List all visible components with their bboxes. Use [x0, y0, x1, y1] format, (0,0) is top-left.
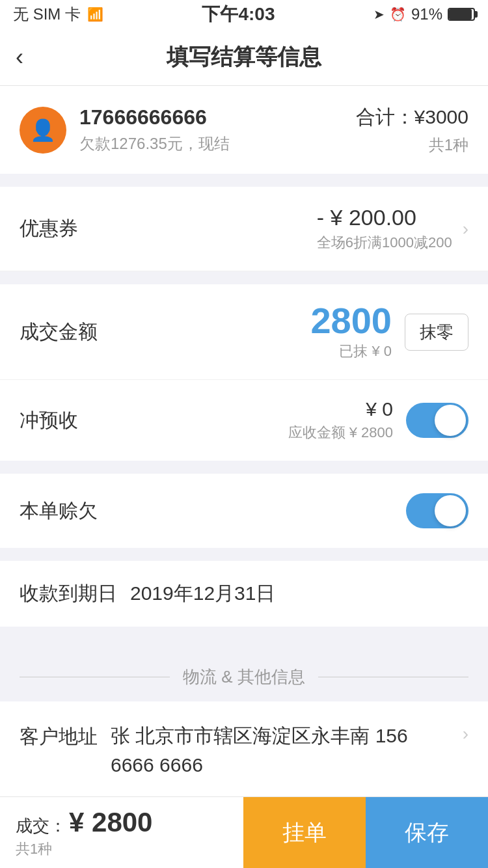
prepay-value-wrap: ¥ 0 应收金额 ¥ 2800	[288, 398, 393, 442]
coupon-row[interactable]: 优惠券 - ¥ 200.00 全场6折满1000减200 ›	[0, 187, 488, 271]
amount-value-wrap: 2800 已抹 ¥ 0	[310, 303, 392, 361]
credit-row: 本单赊欠	[0, 474, 488, 548]
prepay-value: ¥ 0	[288, 398, 393, 420]
footer-bar: 成交： ¥ 2800 共1种 挂单 保存	[0, 796, 488, 868]
coupon-value-wrap: - ¥ 200.00 全场6折满1000减200	[317, 205, 452, 252]
divider-1	[0, 271, 488, 284]
prepay-right: ¥ 0 应收金额 ¥ 2800	[288, 398, 468, 442]
prepay-toggle[interactable]	[406, 403, 468, 438]
coupon-discount: - ¥ 200.00	[317, 205, 452, 230]
divider-2	[0, 461, 488, 474]
prepay-subtext: 应收金额 ¥ 2800	[288, 423, 393, 442]
page-title: 填写结算等信息	[167, 42, 321, 72]
footer-deal-label: 成交：	[16, 815, 66, 837]
content-area: 👤 17666666666 欠款1276.35元，现结 合计：¥3000 共1种…	[0, 86, 488, 868]
credit-label: 本单赊欠	[20, 498, 98, 524]
credit-toggle[interactable]	[406, 493, 468, 528]
divider-line-left	[20, 677, 170, 677]
user-left: 👤 17666666666 欠款1276.35元，现结	[20, 105, 230, 154]
address-arrow-icon: ›	[463, 721, 468, 744]
address-label: 客户地址	[20, 721, 98, 750]
due-date-label: 收款到期日	[20, 580, 117, 607]
round-button[interactable]: 抹零	[405, 314, 468, 351]
footer-count: 共1种	[16, 839, 228, 859]
amount-subtext: 已抹 ¥ 0	[310, 342, 392, 361]
divider-line-right	[318, 677, 468, 677]
status-left: 无 SIM 卡 📶	[13, 4, 103, 25]
location-icon: ➤	[373, 7, 385, 22]
section-divider: 物流 & 其他信息	[0, 653, 488, 701]
footer-info: 成交： ¥ 2800 共1种	[0, 807, 243, 859]
order-count: 共1种	[356, 135, 468, 156]
wifi-icon: 📶	[87, 7, 103, 22]
user-subtext: 欠款1276.35元，现结	[79, 133, 230, 154]
amount-right: 2800 已抹 ¥ 0 抹零	[310, 303, 468, 361]
battery-text: 91%	[411, 5, 442, 23]
avatar-icon: 👤	[30, 118, 56, 142]
coupon-subtext: 全场6折满1000减200	[317, 233, 452, 252]
prepay-label: 冲预收	[20, 407, 78, 434]
address-row[interactable]: 客户地址 张 北京市市辖区海淀区永丰南 156 6666 6666 ›	[0, 701, 488, 799]
user-phone: 17666666666	[79, 105, 230, 129]
coupon-arrow-icon: ›	[463, 219, 468, 239]
save-button[interactable]: 保存	[366, 797, 488, 869]
prepay-toggle-knob	[435, 405, 466, 436]
footer-deal-wrap: 成交： ¥ 2800	[16, 807, 228, 838]
section-divider-text: 物流 & 其他信息	[183, 666, 305, 688]
status-time: 下午4:03	[202, 2, 275, 27]
user-right: 合计：¥3000 共1种	[356, 104, 468, 156]
footer-deal-amount: ¥ 2800	[69, 807, 152, 838]
status-right: ➤ ⏰ 91%	[373, 5, 475, 23]
carrier-text: 无 SIM 卡	[13, 4, 81, 25]
amount-section: 成交金额 2800 已抹 ¥ 0 抹零 冲预收 ¥ 0 应收金额 ¥ 2800	[0, 284, 488, 461]
battery-icon	[448, 8, 475, 21]
user-card: 👤 17666666666 欠款1276.35元，现结 合计：¥3000 共1种	[0, 86, 488, 174]
avatar: 👤	[20, 107, 66, 154]
alarm-icon: ⏰	[390, 7, 406, 22]
amount-label: 成交金额	[20, 319, 98, 346]
back-button[interactable]: ‹	[16, 44, 23, 71]
coupon-label: 优惠券	[20, 215, 78, 242]
credit-toggle-knob	[435, 495, 466, 526]
user-info: 17666666666 欠款1276.35元，现结	[79, 105, 230, 154]
status-bar: 无 SIM 卡 📶 下午4:03 ➤ ⏰ 91%	[0, 0, 488, 29]
hold-order-button[interactable]: 挂单	[243, 797, 366, 869]
due-date-row: 收款到期日 2019年12月31日	[0, 561, 488, 627]
due-date-value: 2019年12月31日	[130, 580, 275, 607]
nav-bar: ‹ 填写结算等信息	[0, 29, 488, 86]
amount-row: 成交金额 2800 已抹 ¥ 0 抹零	[0, 284, 488, 380]
coupon-right: - ¥ 200.00 全场6折满1000减200 ›	[317, 205, 468, 252]
total-label: 合计：¥3000	[356, 104, 468, 131]
prepay-row: 冲预收 ¥ 0 应收金额 ¥ 2800	[0, 380, 488, 461]
amount-value: 2800	[310, 303, 392, 339]
divider-3	[0, 640, 488, 653]
address-value: 张 北京市市辖区海淀区永丰南 156 6666 6666	[111, 721, 450, 780]
